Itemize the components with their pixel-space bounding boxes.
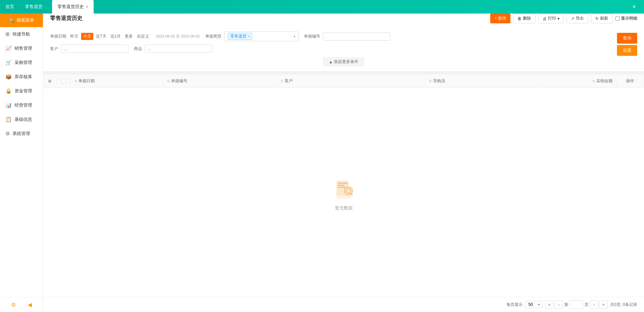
th-sn-sort-icon[interactable]: ⇅ <box>167 79 170 83</box>
sales-mgmt-icon: 📈 <box>5 45 12 51</box>
query-button[interactable]: 查询 <box>617 33 637 44</box>
content-area: 零售退货历史 + 新增 🗑 删除 🖨 打印 ▾ ↗ 导出 <box>43 14 644 312</box>
sidebar-item-purchase-mgmt[interactable]: 🛒 采购管理 <box>0 55 43 70</box>
show-detail-checkbox-label[interactable]: 显示明细 <box>615 16 637 21</box>
tab-retail-return-history-label: 零售退货历史 <box>57 4 84 10</box>
date-shortcut-more[interactable]: 更多 <box>123 33 134 40</box>
table-settings-icon[interactable]: ⚙ <box>48 79 52 84</box>
sn-filter-label: 单据编号 <box>304 34 320 39</box>
date-range-text: 2023-06-02 至 2023-06-02 <box>156 34 200 39</box>
filter-row-1: 单据日期 昨天 今天 近7天 近1月 更多 自定义 <box>50 31 614 41</box>
th-guide: ⇅ 导购员 <box>425 75 539 87</box>
new-button[interactable]: + 新增 <box>490 14 510 23</box>
sidebar-item-quick-nav[interactable]: ⊞ 快捷导航 <box>0 27 43 41</box>
sidebar-item-label-sales-mgmt: 销售管理 <box>15 45 32 51</box>
date-shortcut-today[interactable]: 今天 <box>81 33 93 40</box>
select-all-checkbox[interactable] <box>61 79 66 84</box>
empty-state: 暂无数据 <box>43 88 644 297</box>
delete-icon: 🗑 <box>518 16 522 21</box>
page-title-row: 零售退货历史 + 新增 🗑 删除 🖨 打印 ▾ ↗ 导出 <box>50 14 637 23</box>
th-date-sort-icon[interactable]: ⇅ <box>74 79 77 83</box>
setting-button[interactable]: 设置 <box>617 45 637 56</box>
purchase-mgmt-icon: 🛒 <box>5 60 12 66</box>
collapse-label: 收起更多条件 <box>334 59 358 65</box>
page-input[interactable]: 1 <box>570 300 583 309</box>
customer-filter-label: 客户 <box>50 46 58 52</box>
tab-retail-return-label: 零售退货 <box>25 4 43 10</box>
date-shortcut-1month[interactable]: 近1月 <box>109 33 122 40</box>
pagination: 每页显示 10 20 50 100 « ‹ 第 1 页 › » 共0页, 0条记… <box>43 297 644 312</box>
svg-rect-2 <box>338 183 347 184</box>
sidebar-item-base-info[interactable]: 📋 基础信息 <box>0 112 43 127</box>
per-page-label: 每页显示 <box>506 302 523 308</box>
show-more-row: ▲ 收起更多条件 <box>50 56 637 69</box>
th-amount-sort-icon[interactable]: ⇅ <box>592 79 595 83</box>
date-shortcuts: 昨天 今天 近7天 近1月 更多 自定义 <box>69 33 150 40</box>
sidebar-bottom: ⚙ ◀ <box>0 297 43 312</box>
top-bar-tabs: 首页 零售退货 × 零售退货历史 × <box>0 0 629 14</box>
collapse-button[interactable]: ▲ 收起更多条件 <box>323 58 364 66</box>
tab-retail-return-history[interactable]: 零售退货历史 × <box>52 0 93 14</box>
finance-icon: 🔒 <box>5 88 12 94</box>
first-page-button[interactable]: « <box>545 300 553 309</box>
collapse-arrow-icon: ▲ <box>329 60 333 64</box>
page-label: 页 <box>585 302 589 308</box>
date-shortcut-yesterday[interactable]: 昨天 <box>69 33 80 40</box>
th-check <box>57 76 70 86</box>
sidebar: 🔍 搜索菜单 ⊞ 快捷导航 📈 销售管理 🛒 采购管理 📦 库存核算 🔒 <box>0 14 43 312</box>
type-tag-close[interactable]: × <box>248 35 250 38</box>
date-filter-item: 单据日期 昨天 今天 近7天 近1月 更多 自定义 <box>50 33 150 40</box>
th-date: ⇅ 单据日期 <box>70 75 163 87</box>
tab-home[interactable]: 首页 <box>0 0 20 14</box>
th-ops: 操作 <box>617 75 644 87</box>
sidebar-item-label-quick-nav: 快捷导航 <box>13 31 30 37</box>
th-settings[interactable]: ⚙ <box>43 76 57 86</box>
tab-retail-return-close[interactable]: × <box>45 5 47 9</box>
type-tag-value: 零售退货 × <box>228 33 252 40</box>
export-button[interactable]: ↗ 导出 <box>567 14 588 23</box>
per-page-select[interactable]: 10 20 50 100 <box>525 301 543 308</box>
sidebar-item-finance[interactable]: 🔒 资金管理 <box>0 84 43 98</box>
goods-filter-item: 商品 <box>134 45 212 53</box>
type-tag-select[interactable]: 零售退货 × ▾ <box>224 31 299 41</box>
window-close-icon[interactable]: × <box>629 3 639 10</box>
operation-icon: 📊 <box>5 102 12 108</box>
sn-input[interactable] <box>323 32 390 41</box>
show-detail-checkbox[interactable] <box>615 16 620 21</box>
sidebar-item-label-operation: 经营管理 <box>15 102 32 108</box>
th-guide-sort-icon[interactable]: ⇅ <box>429 79 432 83</box>
goods-filter-label: 商品 <box>134 46 142 52</box>
tab-retail-return[interactable]: 零售退货 × <box>20 0 52 14</box>
sidebar-item-label-inventory: 库存核算 <box>15 74 32 80</box>
top-bar: 首页 零售退货 × 零售退货历史 × × <box>0 0 644 14</box>
svg-rect-3 <box>338 185 344 186</box>
tab-retail-return-history-close[interactable]: × <box>86 5 88 9</box>
settings-bottom-icon[interactable]: ⚙ <box>11 302 16 308</box>
th-customer-sort-icon[interactable]: ⇅ <box>281 79 283 83</box>
sidebar-item-sales-mgmt[interactable]: 📈 销售管理 <box>0 41 43 55</box>
type-tag-inner: 零售退货 × <box>228 33 292 40</box>
sidebar-item-label-purchase-mgmt: 采购管理 <box>15 60 32 66</box>
collapse-sidebar-icon[interactable]: ◀ <box>28 302 32 308</box>
goods-input[interactable] <box>145 45 212 53</box>
sn-filter-item: 单据编号 <box>304 32 390 41</box>
sidebar-item-system-mgmt[interactable]: ⚙ 系统管理 <box>0 127 43 141</box>
last-page-button[interactable]: » <box>599 300 607 309</box>
prev-page-button[interactable]: ‹ <box>555 300 563 309</box>
next-page-button[interactable]: › <box>590 300 598 309</box>
filter-section: 零售退货历史 + 新增 🗑 删除 🖨 打印 ▾ ↗ 导出 <box>43 14 644 72</box>
delete-button[interactable]: 🗑 删除 <box>513 14 535 23</box>
query-buttons: 查询 设置 <box>617 31 637 56</box>
top-bar-right: × <box>629 3 644 10</box>
print-button[interactable]: 🖨 打印 ▾ <box>538 14 564 23</box>
customer-input[interactable] <box>61 45 128 53</box>
date-shortcut-7days[interactable]: 近7天 <box>95 33 108 40</box>
sidebar-search[interactable]: 🔍 搜索菜单 <box>0 14 43 27</box>
date-shortcut-custom[interactable]: 自定义 <box>136 33 150 40</box>
sidebar-item-inventory[interactable]: 📦 库存核算 <box>0 70 43 84</box>
refresh-button[interactable]: ↻ 刷新 <box>591 14 613 23</box>
print-icon: 🖨 <box>543 16 547 21</box>
date-range-item: 2023-06-02 至 2023-06-02 <box>156 34 200 39</box>
table-wrapper: ⚙ ⇅ 单据日期 ⇅ 单据编号 ⇅ 客户 ⇅ <box>43 74 644 312</box>
sidebar-item-operation[interactable]: 📊 经营管理 <box>0 98 43 112</box>
